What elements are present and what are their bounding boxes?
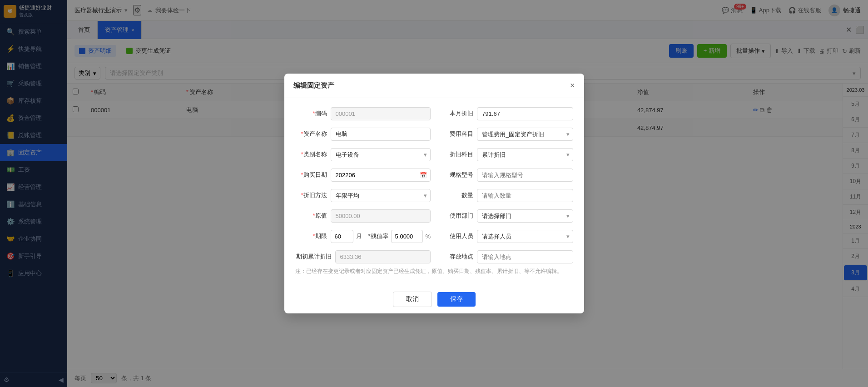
form-item-category: *类别名称 电子设备 bbox=[295, 148, 431, 161]
form-item-code: *编码 bbox=[295, 107, 431, 120]
form-item-opening-accum: 期初累计折旧 bbox=[295, 250, 431, 263]
modal-title: 编辑固定资产 bbox=[293, 81, 334, 90]
original-value-label: *原值 bbox=[295, 212, 327, 220]
form-item-monthly-depr: 本月折旧 bbox=[441, 107, 573, 120]
dept-wrapper: 请选择部门 bbox=[477, 209, 573, 223]
monthly-depr-input[interactable] bbox=[477, 107, 573, 120]
person-label: 使用人员 bbox=[441, 232, 473, 240]
form-item-purchase-date: *购买日期 📅 bbox=[295, 169, 431, 182]
depr-subject-select[interactable]: 累计折旧 bbox=[477, 148, 573, 161]
modal-footer: 取消 保存 bbox=[284, 285, 584, 313]
depr-method-wrapper: 年限平均 bbox=[331, 189, 431, 202]
form-item-dept: 使用部门 请选择部门 bbox=[441, 209, 573, 223]
modal-overlay: 编辑固定资产 × *编码 本月折旧 bbox=[0, 0, 868, 387]
quantity-input[interactable] bbox=[477, 189, 573, 202]
form-item-original-value: *原值 bbox=[295, 209, 431, 223]
dept-label: 使用部门 bbox=[441, 212, 473, 220]
edit-asset-modal: 编辑固定资产 × *编码 本月折旧 bbox=[284, 74, 584, 313]
form-item-location: 存放地点 bbox=[441, 250, 573, 263]
period-input[interactable] bbox=[331, 230, 353, 243]
form-item-person: 使用人员 请选择人员 bbox=[441, 230, 573, 243]
residual-rate-input[interactable] bbox=[391, 230, 423, 243]
original-value-input[interactable] bbox=[331, 209, 431, 223]
person-wrapper: 请选择人员 bbox=[477, 230, 573, 243]
expense-subject-label: 费用科目 bbox=[441, 130, 473, 138]
dept-select[interactable]: 请选择部门 bbox=[477, 209, 573, 223]
category-wrapper: 电子设备 bbox=[331, 148, 431, 161]
category-label: *类别名称 bbox=[295, 150, 327, 159]
opening-accum-label: 期初累计折旧 bbox=[295, 253, 332, 261]
form-item-asset-name: *资产名称 bbox=[295, 128, 431, 141]
category-select[interactable]: 电子设备 bbox=[331, 148, 431, 161]
form-item-expense-subject: 费用科目 管理费用_固定资产折旧 bbox=[441, 128, 573, 141]
opening-accum-input[interactable] bbox=[335, 250, 431, 263]
spec-model-label: 规格型号 bbox=[441, 171, 473, 179]
purchase-date-wrapper: 📅 bbox=[331, 169, 431, 182]
form-item-depr-method: *折旧方法 年限平均 bbox=[295, 189, 431, 202]
residual-rate-label: *残值率 bbox=[368, 232, 388, 240]
monthly-depr-label: 本月折旧 bbox=[441, 109, 473, 118]
asset-name-input[interactable] bbox=[331, 128, 431, 141]
modal-body: *编码 本月折旧 *资产名称 费用科 bbox=[284, 98, 584, 285]
person-select[interactable]: 请选择人员 bbox=[477, 230, 573, 243]
period-unit: 月 bbox=[356, 232, 362, 240]
form-item-depr-subject: 折旧科目 累计折旧 bbox=[441, 148, 573, 161]
depr-method-select[interactable]: 年限平均 bbox=[331, 189, 431, 202]
depr-method-label: *折旧方法 bbox=[295, 191, 327, 199]
location-label: 存放地点 bbox=[441, 253, 473, 261]
calendar-icon[interactable]: 📅 bbox=[420, 172, 427, 179]
modal-note: 注：已经存在变更记录或者对应固定资产已经生成凭证，原值、购买日期、残值率、累计折… bbox=[295, 267, 573, 276]
expense-subject-select[interactable]: 管理费用_固定资产折旧 bbox=[477, 128, 573, 141]
depr-subject-wrapper: 累计折旧 bbox=[477, 148, 573, 161]
form-item-quantity: 数量 bbox=[441, 189, 573, 202]
spec-model-input[interactable] bbox=[477, 169, 573, 182]
modal-header: 编辑固定资产 × bbox=[284, 74, 584, 98]
period-label: *期限 bbox=[295, 232, 327, 240]
modal-close-button[interactable]: × bbox=[570, 81, 575, 90]
asset-name-label: *资产名称 bbox=[295, 130, 327, 138]
form-item-period: *期限 月 *残值率 % bbox=[295, 230, 431, 243]
expense-subject-wrapper: 管理费用_固定资产折旧 bbox=[477, 128, 573, 141]
residual-rate-unit: % bbox=[426, 233, 431, 240]
depr-subject-label: 折旧科目 bbox=[441, 150, 473, 159]
purchase-date-input[interactable] bbox=[331, 169, 431, 182]
code-label: *编码 bbox=[295, 109, 327, 118]
cancel-button[interactable]: 取消 bbox=[393, 292, 432, 307]
form-item-spec-model: 规格型号 bbox=[441, 169, 573, 182]
purchase-date-label: *购买日期 bbox=[295, 171, 327, 179]
form-grid: *编码 本月折旧 *资产名称 费用科 bbox=[295, 107, 573, 263]
period-inline: 月 *残值率 % bbox=[331, 230, 431, 243]
quantity-label: 数量 bbox=[441, 191, 473, 199]
location-input[interactable] bbox=[477, 250, 573, 263]
save-button[interactable]: 保存 bbox=[437, 292, 476, 307]
code-input[interactable] bbox=[331, 107, 431, 120]
